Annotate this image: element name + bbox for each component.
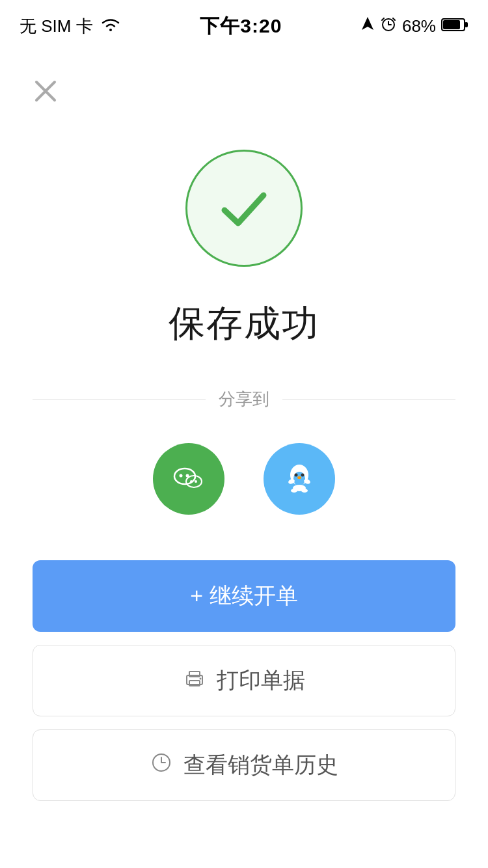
print-button[interactable]: 打印单据 bbox=[33, 645, 455, 716]
close-button[interactable] bbox=[20, 65, 72, 117]
svg-point-24 bbox=[291, 489, 297, 493]
history-label: 查看销货单历史 bbox=[183, 750, 338, 780]
svg-point-18 bbox=[295, 474, 298, 477]
svg-point-15 bbox=[195, 480, 197, 483]
share-icons-container bbox=[153, 443, 335, 515]
status-left: 无 SIM 卡 bbox=[20, 15, 122, 38]
svg-point-29 bbox=[200, 678, 202, 680]
svg-point-13 bbox=[186, 476, 202, 487]
printer-icon bbox=[183, 666, 206, 695]
svg-line-4 bbox=[393, 18, 395, 20]
svg-line-3 bbox=[382, 18, 384, 20]
divider-line-right bbox=[282, 399, 455, 400]
status-time: 下午3:20 bbox=[200, 13, 282, 40]
share-divider: 分享到 bbox=[33, 388, 455, 411]
print-label: 打印单据 bbox=[217, 666, 305, 696]
svg-point-14 bbox=[190, 480, 193, 483]
success-title: 保存成功 bbox=[169, 299, 319, 349]
share-section: 分享到 bbox=[33, 388, 455, 515]
qq-share-button[interactable] bbox=[264, 443, 335, 515]
wifi-icon bbox=[100, 16, 122, 37]
continue-button[interactable]: + 继续开单 bbox=[33, 560, 455, 632]
wechat-share-button[interactable] bbox=[153, 443, 224, 515]
svg-point-11 bbox=[180, 474, 183, 478]
svg-rect-6 bbox=[465, 22, 468, 27]
status-bar: 无 SIM 卡 下午3:20 68% bbox=[0, 0, 488, 52]
actions-container: + 继续开单 打印单据 查看销货单历史 bbox=[33, 560, 455, 801]
battery-icon bbox=[441, 16, 468, 36]
status-right: 68% bbox=[360, 16, 468, 37]
success-icon-circle bbox=[185, 150, 303, 267]
no-sim-text: 无 SIM 卡 bbox=[20, 15, 93, 38]
main-content: 保存成功 分享到 bbox=[0, 124, 488, 868]
divider-line-left bbox=[33, 399, 206, 400]
svg-point-25 bbox=[301, 489, 308, 493]
history-icon bbox=[150, 751, 173, 780]
svg-point-20 bbox=[297, 476, 301, 479]
history-button[interactable]: 查看销货单历史 bbox=[33, 729, 455, 801]
battery-text: 68% bbox=[402, 16, 436, 36]
share-label: 分享到 bbox=[219, 388, 269, 411]
svg-point-19 bbox=[301, 474, 305, 477]
location-icon bbox=[360, 16, 375, 37]
alarm-icon bbox=[380, 16, 397, 37]
svg-rect-7 bbox=[443, 20, 460, 29]
